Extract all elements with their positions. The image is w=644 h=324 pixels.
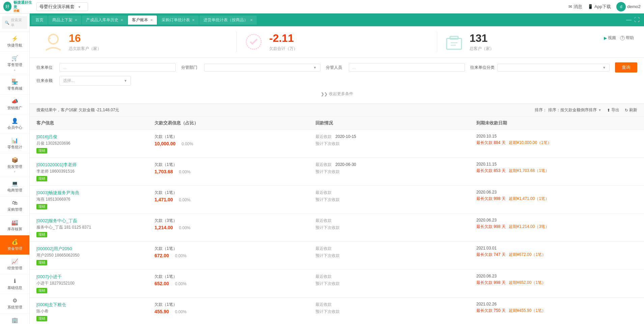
dept-select[interactable]: ▼: [204, 64, 320, 71]
sort-selector[interactable]: 排序： 排序：按欠款金额倒序排序 ▼: [535, 107, 601, 113]
sidebar-item-finance[interactable]: 💰 资金管理: [0, 235, 29, 255]
message-btn[interactable]: ✉ 消息: [568, 4, 582, 10]
view-video-btn[interactable]: ▶ 视频: [604, 35, 616, 41]
customer-name-5[interactable]: [0007]小进干: [36, 274, 155, 280]
overdue-info-5: 2020.06.23 最长欠款 998 天 超期¥652.00（1笔）: [476, 274, 637, 286]
person-input[interactable]: ...: [349, 63, 465, 72]
customer-info-1: [0001020001]李老师 李老师 18600391516 现销: [36, 162, 155, 181]
tab-minimize-icon[interactable]: —: [626, 17, 632, 23]
tab-close-product-shelf[interactable]: ✕: [75, 18, 77, 22]
sidebar-item-retail-mgmt[interactable]: 🛒 零售管理 ▲: [0, 52, 29, 75]
total-customers-icon: [444, 32, 464, 52]
category-select[interactable]: ▼: [497, 64, 610, 71]
debt-percent-6: 0.00%: [175, 310, 187, 314]
sidebar-item-member[interactable]: 👤 会员中心: [0, 114, 29, 134]
overdue-days-2: 最长欠款 998 天 超期¥1,471.00（1笔）: [476, 196, 637, 202]
export-btn[interactable]: ⬆ 导出: [607, 107, 619, 113]
tab-purchase-order[interactable]: 采购订单统计表 ✕: [158, 16, 199, 25]
overdue-days-0: 最长欠款 884 天 超期¥10,000.00（1笔）: [476, 140, 637, 146]
tab-product-history[interactable]: 产成品入库单历史 ✕: [82, 16, 127, 25]
tab-maximize-icon[interactable]: ⛶: [634, 17, 640, 23]
sidebar-item-retail-mall[interactable]: 🏪 零售商城: [0, 75, 29, 95]
next-payment-5: 预计下次收款: [315, 281, 476, 287]
table-row: [0002]服务中心_丁磊 服务中心_丁磊 181 0125 8371 现销 欠…: [30, 214, 644, 242]
sidebar-item-retail-stats[interactable]: 📊 零售统计: [0, 134, 29, 153]
sidebar-item-quick-nav[interactable]: ⚡ 快捷导航: [0, 32, 29, 52]
overdue-link-1[interactable]: 超期¥1,703.68（1笔）: [509, 168, 549, 173]
sidebar-item-ecommerce[interactable]: 💻 电商管理: [0, 177, 29, 197]
tab-actions: — ⛶: [623, 17, 642, 23]
filter-row-1: 往来单位 ... 分管部门 ▼: [36, 62, 637, 72]
customer-tag-1: 现销: [36, 176, 47, 181]
sidebar-item-inventory[interactable]: 🏭 库存核算: [0, 216, 29, 235]
search-menu-input[interactable]: 🔍 搜索菜单: [2, 16, 27, 29]
system-selector[interactable]: 母婴行业演示账套 ▼: [36, 2, 88, 11]
stat-card-total-customers: 131 总客户（家） ▶ 视频 ? 帮助: [437, 32, 637, 52]
tab-close-purchase-order[interactable]: ✕: [192, 18, 195, 22]
sidebar: 🔍 搜索菜单 ⚡ 快捷导航 🛒 零售管理 ▲ 🏪 零售商城 📣 营销推广: [0, 13, 30, 324]
overdue-link-3[interactable]: 超期¥1,214.00（3笔）: [509, 224, 549, 229]
collapse-filter-btn[interactable]: ❯❯ 收起更多条件: [36, 89, 637, 99]
sidebar-item-system[interactable]: ⚙ 系统管理: [0, 294, 29, 314]
overdue-date-5: 2020.06.23: [476, 274, 637, 278]
debt-amount-icon: [244, 32, 264, 52]
next-payment-6: 预计下次收款: [315, 309, 476, 315]
app-download-btn[interactable]: 📱 App下载: [588, 4, 611, 10]
overdue-info-1: 2020.11.15 最长欠款 853 天 超期¥1,703.68（1笔）: [476, 162, 637, 174]
tab-close-product-history[interactable]: ✕: [120, 18, 123, 22]
refresh-btn[interactable]: ↻ 刷新: [625, 107, 637, 113]
help-icon: ?: [620, 36, 625, 40]
customer-name-3[interactable]: [0002]服务中心_丁磊: [36, 218, 155, 224]
customer-name-0[interactable]: [0016]吕俊: [36, 134, 155, 140]
customer-name-4[interactable]: [000002]用户2050: [36, 246, 155, 252]
debt-customers-icon: [43, 32, 63, 52]
customer-name-1[interactable]: [0001020001]李老师: [36, 162, 155, 168]
supplier-input[interactable]: ...: [59, 63, 176, 72]
customer-info-5: [0007]小进干 小进干 18279152100 现销: [36, 274, 155, 293]
overdue-date-3: 2020.06.23: [476, 218, 637, 223]
balance-select[interactable]: 选择... ▼: [59, 76, 131, 86]
tab-customer-account[interactable]: 客户账本 ✕: [128, 16, 157, 25]
overdue-link-0[interactable]: 超期¥10,000.00（1笔）: [509, 140, 552, 145]
overdue-link-6[interactable]: 超期¥455.90（1笔）: [509, 308, 546, 313]
overdue-info-4: 2021.03.01 最长欠款 747 天 超期¥672.00（1笔）: [476, 246, 637, 258]
customer-name-6[interactable]: [0006]去下粮仓: [36, 302, 155, 308]
query-button[interactable]: 查询: [615, 62, 637, 72]
sidebar-item-ops[interactable]: 📈 经营管理: [0, 255, 29, 274]
filter-person: 分管人员 ...: [326, 63, 465, 72]
debt-count-5: 欠款（1笔）: [155, 274, 315, 279]
sidebar-item-basic[interactable]: ℹ 基础信息: [0, 274, 29, 294]
svg-rect-4: [450, 36, 458, 39]
customer-phone-0: 吕俊 13026203696: [36, 141, 155, 146]
tab-product-shelf[interactable]: 商品上下架 ✕: [48, 16, 81, 25]
sidebar-item-purchase[interactable]: 🛍 采购管理: [0, 197, 29, 216]
svg-point-1: [49, 38, 51, 39]
customer-name-2[interactable]: [0003]畅捷服务尹海燕: [36, 190, 155, 196]
debt-amount-value-2: 1,471.00: [155, 197, 173, 202]
debt-percent-2: 0.00%: [179, 198, 191, 202]
tab-purchase-stats[interactable]: 进货单统计表（按商品） ✕: [199, 16, 257, 25]
overdue-days-4: 最长欠款 747 天 超期¥672.00（1笔）: [476, 252, 637, 258]
sidebar-item-marketing[interactable]: 📣 营销推广: [0, 95, 29, 114]
tab-close-customer-account[interactable]: ✕: [150, 18, 153, 22]
debt-count-1: 欠款（1笔）: [155, 162, 315, 168]
sidebar-item-enterprise[interactable]: 🏢 企业协同: [0, 314, 29, 324]
debt-percent-0: 0.00%: [181, 142, 193, 146]
next-payment-3: 预计下次收款: [315, 225, 476, 231]
debt-amount-label: 欠款合计（万）: [269, 46, 430, 52]
col-recovery: 回款情况: [315, 120, 476, 126]
app-container: 好 畅捷通好生意 示账 母婴行业演示账套 ▼ ✉ 消息 📱 App下载 d de…: [0, 0, 644, 324]
help-btn[interactable]: ? 帮助: [620, 35, 634, 41]
sidebar-item-wholesale-mgmt[interactable]: 📦 批发管理 ▼: [0, 153, 29, 177]
debt-customers-value: 16: [69, 32, 230, 45]
tab-home[interactable]: 首页: [31, 16, 48, 25]
tab-close-purchase-stats[interactable]: ✕: [250, 18, 253, 22]
user-profile[interactable]: d demo2: [616, 2, 641, 11]
balance-label: 往来余额: [36, 78, 57, 84]
table-row: [0016]吕俊 吕俊 13026203696 现销 欠款（1笔） 10,000…: [30, 130, 644, 158]
overdue-link-5[interactable]: 超期¥652.00（1笔）: [509, 280, 546, 285]
next-payment-4: 预计下次收款: [315, 253, 476, 259]
overdue-link-4[interactable]: 超期¥672.00（1笔）: [509, 252, 546, 257]
debt-amount-info: -2.11 欠款合计（万）: [269, 32, 430, 52]
overdue-link-2[interactable]: 超期¥1,471.00（1笔）: [509, 196, 549, 201]
